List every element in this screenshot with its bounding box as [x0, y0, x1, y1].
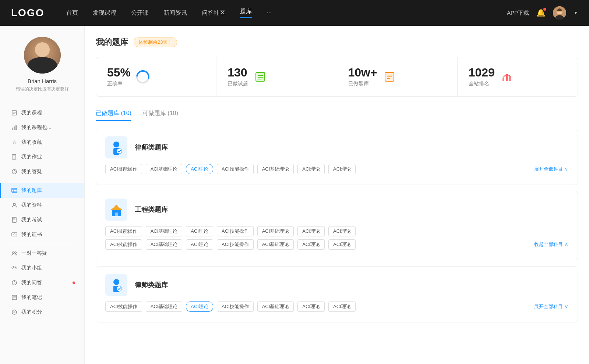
sidebar-label-mypackage: 我的课程包... — [21, 124, 52, 131]
sidebar-item-mypackage[interactable]: 我的课程包... — [0, 120, 84, 135]
tag-3-0[interactable]: ACI技能操作 — [105, 301, 142, 312]
app-download-button[interactable]: APP下载 — [507, 10, 529, 17]
nav-more[interactable]: ··· — [267, 10, 271, 16]
lawyer-bank-icon — [105, 136, 127, 158]
sidebar-item-myexam[interactable]: 我的考试 — [0, 213, 84, 227]
sidebar-item-myprofile[interactable]: 我的资料 — [0, 198, 84, 213]
tag-2a-0[interactable]: ACI技能操作 — [105, 226, 142, 236]
banks-file-icon — [383, 70, 396, 83]
sidebar-item-mygroup[interactable]: 我的小组 — [0, 261, 84, 275]
sidebar-label-myqa: 我的答疑 — [21, 168, 42, 175]
svg-point-38 — [13, 311, 15, 313]
tag-2b-3[interactable]: ACI技能操作 — [217, 239, 254, 250]
stat-banks-value: 10w+ — [348, 67, 377, 78]
tag-3-5[interactable]: ACI理论 — [297, 301, 325, 312]
stat-accuracy: 55% 正确率 — [96, 57, 216, 96]
tag-1-6[interactable]: ACI理论 — [328, 164, 356, 174]
sidebar-item-mycert[interactable]: 我的证书 — [0, 227, 84, 242]
tag-1-1[interactable]: ACI基础理论 — [146, 164, 183, 174]
myquestions-icon: ? — [11, 279, 18, 286]
sidebar-item-myquestions[interactable]: ? 我的问答 — [0, 275, 84, 290]
nav-news[interactable]: 新闻资讯 — [163, 9, 187, 17]
mypackage-icon — [11, 124, 18, 131]
svg-point-64 — [117, 286, 122, 291]
tag-2b-0[interactable]: ACI技能操作 — [105, 239, 142, 250]
tag-2b-5[interactable]: ACI理论 — [297, 239, 325, 250]
sidebar-item-myquestionbank[interactable]: 我的题库 — [0, 183, 84, 198]
sidebar-menu: 我的课程 我的课程包... ☆ 我的收藏 我的作业 ? — [0, 100, 84, 325]
stat-accuracy-label: 正确率 — [107, 81, 131, 87]
bank-card-lawyer-2: 律师类题库 ACI技能操作 ACI基础理论 ACI理论 ACI技能操作 ACI基… — [96, 266, 578, 322]
svg-rect-60 — [111, 209, 122, 210]
bank-card-engineer: 工程类题库 ACI技能操作 ACI基础理论 ACI理论 ACI技能操作 ACI基… — [96, 191, 578, 260]
avatar[interactable] — [553, 6, 566, 19]
nav-opencourse[interactable]: 公开课 — [131, 9, 149, 17]
sidebar-item-myhomework[interactable]: 我的作业 — [0, 150, 84, 164]
svg-rect-3 — [12, 111, 17, 115]
svg-point-41 — [139, 73, 147, 81]
collapse-btn-2[interactable]: 收起全部科目 ∧ — [534, 241, 568, 248]
user-dropdown-arrow[interactable]: ▼ — [574, 10, 578, 15]
tag-2b-2[interactable]: ACI理论 — [186, 239, 213, 250]
tag-1-4[interactable]: ACI基础理论 — [257, 164, 294, 174]
bank-card-header-2: 工程类题库 — [105, 199, 568, 221]
tabs: 已做题库 (10) 可做题库 (10) — [96, 106, 578, 121]
sidebar-item-mycourse[interactable]: 我的课程 — [0, 106, 84, 120]
svg-point-59 — [114, 205, 118, 209]
expand-btn-1[interactable]: 展开全部科目 ∨ — [534, 166, 568, 172]
nav-questionbank[interactable]: 题库 — [240, 8, 252, 18]
tab-done[interactable]: 已做题库 (10) — [96, 106, 131, 121]
stat-questions-value: 130 — [228, 67, 248, 78]
tag-2a-4[interactable]: ACI基础理论 — [257, 226, 294, 236]
tag-2a-6[interactable]: ACI理论 — [328, 226, 356, 236]
sidebar-label-mygroup: 我的小组 — [21, 265, 42, 271]
svg-text:?: ? — [14, 281, 16, 285]
bank-name-2: 工程类题库 — [135, 205, 168, 214]
notification-bell-icon[interactable]: 🔔 — [536, 8, 546, 17]
stat-ranking-label: 全站排名 — [469, 81, 495, 87]
tag-1-2[interactable]: ACI理论 — [186, 164, 213, 174]
svg-rect-53 — [506, 75, 508, 81]
nav-home[interactable]: 首页 — [66, 9, 78, 17]
sidebar-label-myfavorites: 我的收藏 — [21, 139, 42, 146]
stat-questions-done: 130 已做试题 — [216, 57, 337, 96]
myhomework-icon — [11, 154, 18, 160]
user-profile: Brian Harris 错误的决定比没有决定要好 — [0, 37, 84, 100]
expand-btn-3[interactable]: 展开全部科目 ∨ — [534, 303, 568, 310]
tag-1-3[interactable]: ACI技能操作 — [217, 164, 254, 174]
svg-point-27 — [15, 252, 17, 254]
svg-rect-15 — [12, 188, 17, 192]
tab-available[interactable]: 可做题库 (10) — [142, 106, 178, 121]
tag-3-6[interactable]: ACI理论 — [328, 301, 356, 312]
sidebar-item-onetoone[interactable]: 一对一答疑 — [0, 246, 84, 261]
tag-2b-1[interactable]: ACI基础理论 — [146, 239, 183, 250]
mycert-icon — [11, 231, 18, 238]
tag-3-1[interactable]: ACI基础理论 — [146, 301, 183, 312]
tag-2a-5[interactable]: ACI理论 — [297, 226, 325, 236]
bank-card-header-3: 律师类题库 — [105, 274, 568, 296]
tag-3-2[interactable]: ACI理论 — [186, 301, 213, 312]
tag-2a-3[interactable]: ACI技能操作 — [217, 226, 254, 236]
mynotes-icon — [11, 294, 18, 301]
tag-2a-1[interactable]: ACI基础理论 — [146, 226, 183, 236]
tag-3-3[interactable]: ACI技能操作 — [217, 301, 254, 312]
sidebar-item-mypoints[interactable]: 我的积分 — [0, 305, 84, 320]
divider-1 — [7, 181, 77, 181]
notification-dot — [543, 8, 546, 11]
bank-name-3: 律师类题库 — [135, 281, 168, 289]
nav-qa[interactable]: 问答社区 — [202, 9, 225, 17]
tag-1-0[interactable]: ACI技能操作 — [105, 164, 142, 174]
sidebar-item-myfavorites[interactable]: ☆ 我的收藏 — [0, 135, 84, 150]
nav-discover[interactable]: 发现课程 — [93, 9, 116, 17]
tag-3-4[interactable]: ACI基础理论 — [257, 301, 294, 312]
tag-2b-6[interactable]: ACI理论 — [328, 239, 356, 250]
onetoone-icon — [11, 250, 18, 257]
sidebar-item-myqa[interactable]: ? 我的答疑 — [0, 164, 84, 179]
tag-2a-2[interactable]: ACI理论 — [186, 226, 213, 236]
tag-1-5[interactable]: ACI理论 — [297, 164, 325, 174]
tag-2b-4[interactable]: ACI基础理论 — [257, 239, 294, 250]
stat-banks-done: 10w+ 已做题库 — [337, 57, 458, 96]
stat-questions-label: 已做试题 — [228, 81, 248, 87]
sidebar-item-mynotes[interactable]: 我的笔记 — [0, 290, 84, 305]
stat-ranking: 1029 全站排名 — [458, 57, 578, 96]
